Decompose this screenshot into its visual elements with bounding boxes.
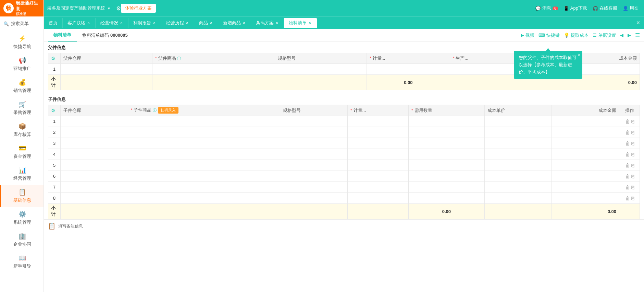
parent-warehouse-cell[interactable] xyxy=(61,64,152,75)
child-unit-1[interactable] xyxy=(347,116,408,127)
delete-row-2[interactable]: 🗑 xyxy=(625,130,630,135)
delete-row-1[interactable]: 🗑 xyxy=(625,119,630,124)
child-warehouse-1[interactable] xyxy=(61,116,128,127)
tab-3[interactable]: 利润报告× xyxy=(128,18,161,28)
scan-input-button[interactable]: 扫码录入 xyxy=(158,107,178,114)
child-warehouse-6[interactable] xyxy=(61,171,128,182)
child-unit-cost-4[interactable] xyxy=(484,149,552,160)
close-all-tabs-button[interactable]: × xyxy=(632,18,644,28)
child-qty-7[interactable] xyxy=(409,182,484,193)
sidebar-item-marketing[interactable]: 📢营销推广 xyxy=(0,53,44,75)
copy-row-6[interactable]: ⎘ xyxy=(631,174,634,179)
tab-close-btn-3[interactable]: × xyxy=(152,21,156,25)
delete-row-5[interactable]: 🗑 xyxy=(625,163,630,168)
parent-unit-cell[interactable] xyxy=(367,64,450,75)
child-product-8[interactable] xyxy=(128,193,280,204)
messages-button[interactable]: 💬 消息 6 xyxy=(535,5,558,11)
child-unit-cost-5[interactable] xyxy=(484,160,552,171)
tab-0[interactable]: 首页 xyxy=(44,18,63,28)
child-unit-4[interactable] xyxy=(347,149,408,160)
tab-close-btn-5[interactable]: × xyxy=(209,21,213,25)
child-spec-6[interactable] xyxy=(280,171,348,182)
child-qty-3[interactable] xyxy=(409,138,484,149)
tab-1[interactable]: 客户联络× xyxy=(63,18,96,28)
child-product-7[interactable] xyxy=(128,182,280,193)
shortcut-button[interactable]: ⌨ 快捷键 xyxy=(538,32,560,38)
tab-5[interactable]: 商品× xyxy=(194,18,218,28)
sidebar-item-finance[interactable]: 💳资金管理 xyxy=(0,141,44,163)
copy-row-4[interactable]: ⎘ xyxy=(631,152,634,157)
tab-2[interactable]: 经营情况× xyxy=(96,18,128,28)
search-menu-button[interactable]: 🔍 搜索菜单 xyxy=(3,19,40,28)
child-product-2[interactable] xyxy=(128,127,280,138)
child-unit-5[interactable] xyxy=(347,160,408,171)
child-spec-1[interactable] xyxy=(280,116,348,127)
child-spec-5[interactable] xyxy=(280,160,348,171)
child-unit-cost-6[interactable] xyxy=(484,171,552,182)
tab-4[interactable]: 经营历程× xyxy=(161,18,194,28)
tab-6[interactable]: 新增商品× xyxy=(218,18,251,28)
trial-button[interactable]: 体验行业方案 xyxy=(121,4,156,13)
child-product-5[interactable] xyxy=(128,160,280,171)
copy-row-5[interactable]: ⎘ xyxy=(631,163,634,168)
tab-close-btn-7[interactable]: × xyxy=(275,21,279,25)
child-unit-cost-3[interactable] xyxy=(484,138,552,149)
single-setting-button[interactable]: ☰ 单据设置 xyxy=(593,32,616,38)
child-spec-4[interactable] xyxy=(280,149,348,160)
sidebar-item-sales[interactable]: 💰销售管理 xyxy=(0,75,44,97)
tab-close-btn-4[interactable]: × xyxy=(185,21,189,25)
child-spec-3[interactable] xyxy=(280,138,348,149)
sidebar-item-purchase[interactable]: 🛒采购管理 xyxy=(0,97,44,119)
copy-row-2[interactable]: ⎘ xyxy=(631,130,634,135)
tooltip-close-button[interactable]: × xyxy=(578,52,580,57)
child-product-4[interactable] xyxy=(128,149,280,160)
online-service-button[interactable]: 🎧 在线客服 xyxy=(593,5,617,11)
table-view-icon[interactable]: ☰ xyxy=(635,32,640,38)
sidebar-item-enterprise[interactable]: 🏢企业协同 xyxy=(0,229,44,251)
sidebar-item-newbie[interactable]: 📖新手引导 xyxy=(0,251,44,273)
child-unit-cost-7[interactable] xyxy=(484,182,552,193)
nav-left-icon[interactable]: ◀ xyxy=(620,33,623,38)
tab-close-btn-8[interactable]: × xyxy=(308,21,312,25)
video-button[interactable]: ▶ 视频 xyxy=(521,32,534,38)
child-spec-2[interactable] xyxy=(280,127,348,138)
child-unit-cost-2[interactable] xyxy=(484,127,552,138)
sidebar-item-quick[interactable]: ⚡快捷导航 xyxy=(0,31,44,53)
child-unit-3[interactable] xyxy=(347,138,408,149)
parent-spec-cell[interactable] xyxy=(275,64,367,75)
sidebar-item-system[interactable]: ⚙️系统管理 xyxy=(0,207,44,229)
delete-row-4[interactable]: 🗑 xyxy=(625,152,630,157)
delete-row-8[interactable]: 🗑 xyxy=(625,196,630,201)
th-setting-parent[interactable]: ⚙ xyxy=(48,53,61,64)
delete-row-6[interactable]: 🗑 xyxy=(625,174,630,179)
tab-close-btn-1[interactable]: × xyxy=(87,21,90,25)
child-warehouse-2[interactable] xyxy=(61,127,128,138)
child-warehouse-8[interactable] xyxy=(61,193,128,204)
child-qty-8[interactable] xyxy=(409,193,484,204)
child-unit-cost-8[interactable] xyxy=(484,193,552,204)
child-unit-2[interactable] xyxy=(347,127,408,138)
delete-row-3[interactable]: 🗑 xyxy=(625,141,630,146)
child-product-6[interactable] xyxy=(128,171,280,182)
child-warehouse-7[interactable] xyxy=(61,182,128,193)
child-warehouse-4[interactable] xyxy=(61,149,128,160)
parent-product-cell[interactable] xyxy=(152,64,275,75)
delete-row-7[interactable]: 🗑 xyxy=(625,185,630,190)
child-spec-7[interactable] xyxy=(280,182,348,193)
child-unit-cost-1[interactable] xyxy=(484,116,552,127)
app-download-button[interactable]: 📱 App下载 xyxy=(564,5,587,11)
sidebar-item-stock[interactable]: 📦库存核算 xyxy=(0,119,44,141)
child-qty-5[interactable] xyxy=(409,160,484,171)
extract-cost-button[interactable]: 💡 提取成本 xyxy=(564,32,589,38)
copy-row-7[interactable]: ⎘ xyxy=(631,185,634,190)
sidebar-item-basic[interactable]: 📋基础信息 xyxy=(0,185,44,207)
child-qty-6[interactable] xyxy=(409,171,484,182)
child-qty-1[interactable] xyxy=(409,116,484,127)
child-qty-4[interactable] xyxy=(409,149,484,160)
child-warehouse-3[interactable] xyxy=(61,138,128,149)
copy-row-3[interactable]: ⎘ xyxy=(631,141,634,146)
child-spec-8[interactable] xyxy=(280,193,348,204)
tab-7[interactable]: 条码方案× xyxy=(251,18,284,28)
tab-close-btn-6[interactable]: × xyxy=(242,21,246,25)
tab-close-btn-2[interactable]: × xyxy=(120,21,123,25)
